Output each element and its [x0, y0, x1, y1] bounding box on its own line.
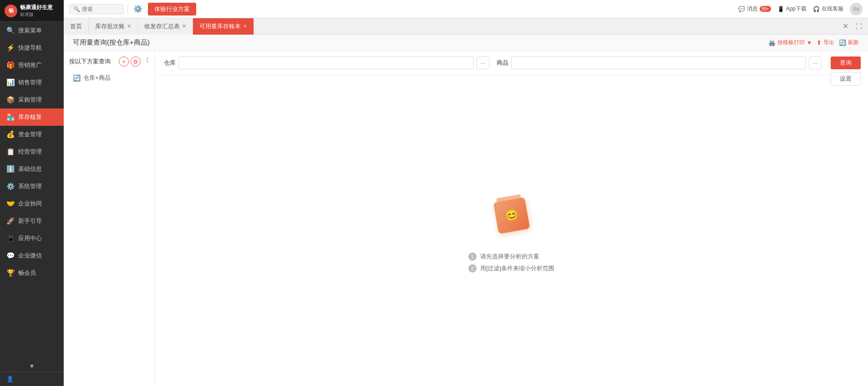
tabs-right-controls: ✕ ⛶ [836, 18, 868, 35]
sidebar-nav: 🔍 搜索菜单 ⚡ 快捷导航 🎁 营销推广 📊 销售管理 📦 采购管理 🏪 库存核… [0, 22, 64, 360]
query-fields: 仓库 ··· 商品 ··· [155, 51, 831, 75]
gear-icon: ⚙️ [6, 182, 15, 190]
product-label: 商品 [497, 59, 508, 67]
refresh-button[interactable]: 🔄 刷新 [839, 39, 859, 46]
tip-text-2: 用[过滤]条件来缩小分析范围 [480, 264, 554, 273]
avatar-text: Rit [853, 6, 859, 12]
tab-collect-summary-label: 收发存汇总表 [144, 22, 180, 31]
empty-tip-1: 1 请先选择要分析的方案 [468, 252, 554, 261]
tab-collect-summary[interactable]: 收发存汇总表 ✕ [138, 18, 193, 35]
tab-expand-button[interactable]: ⛶ [853, 21, 864, 32]
tab-batch-account[interactable]: 库存批次账 ✕ [89, 18, 138, 35]
tab-batch-account-label: 库存批次账 [95, 22, 125, 31]
sidebar-item-enterprise[interactable]: 🤝 企业协同 [0, 195, 64, 212]
print-template-button[interactable]: 🖨️ 按模板打印 ▼ [768, 39, 812, 46]
filter-panel-icons: + ⚙ 《 [119, 57, 149, 67]
sidebar-item-shortcut[interactable]: ⚡ 快捷导航 [0, 39, 64, 57]
sidebar-item-label: 资金管理 [18, 130, 42, 139]
filter-item-warehouse-product[interactable]: 🔄 仓库+商品 [69, 71, 149, 85]
sidebar-item-search[interactable]: 🔍 搜索菜单 [0, 22, 64, 39]
sidebar-item-label: 畅会员 [18, 269, 36, 277]
print-icon: 🖨️ [768, 39, 776, 46]
empty-tips: 1 请先选择要分析的方案 2 用[过滤]条件来缩小分析范围 [468, 252, 554, 273]
query-panel: 仓库 ··· 商品 ··· 查询 设置 [155, 51, 868, 386]
main-area: 🔍 ⚙️ 体验行业方案 💬 消息 99+ 📱 App下载 🎧 在线客服 Rit [64, 0, 868, 386]
filter-add-button[interactable]: + [119, 57, 129, 67]
search-input[interactable] [82, 6, 118, 12]
avatar[interactable]: Rit [850, 3, 863, 15]
box-icon: 📦 [6, 96, 15, 104]
sidebar-item-operations[interactable]: 📋 经营管理 [0, 143, 64, 160]
content-area: 按以下方案查询 + ⚙ 《 🔄 仓库+商品 仓库 ··· [64, 51, 868, 386]
app-download-label: App下载 [786, 5, 807, 13]
sidebar-item-inventory[interactable]: 🏪 库存核算 [0, 108, 64, 126]
trophy-icon: 🏆 [6, 269, 15, 277]
sidebar-item-marketing[interactable]: 🎁 营销推广 [0, 57, 64, 74]
query-action-buttons: 查询 设置 [831, 51, 868, 86]
topbar-search-box[interactable]: 🔍 [69, 4, 124, 14]
sidebar-item-basic[interactable]: ℹ️ 基础信息 [0, 160, 64, 178]
sidebar-item-system[interactable]: ⚙️ 系统管理 [0, 178, 64, 195]
tab-batch-account-close[interactable]: ✕ [127, 24, 131, 29]
filter-collapse-button[interactable]: 《 [142, 57, 149, 67]
handshake-icon: 🤝 [6, 200, 15, 208]
sidebar-item-label: 基础信息 [18, 165, 42, 173]
message-group[interactable]: 💬 消息 99+ [738, 5, 771, 13]
export-label: 导出 [823, 39, 834, 46]
sidebar-scroll-down[interactable]: ▼ [0, 360, 64, 371]
tab-available-ledger-close[interactable]: ✕ [243, 24, 247, 29]
sidebar-title: 畅康通好生意 [20, 4, 53, 11]
sidebar-bottom[interactable]: 👤 [0, 371, 64, 386]
mobile-icon: 📱 [6, 234, 15, 242]
trial-button[interactable]: 体验行业方案 [148, 3, 196, 15]
empty-box-graphic [493, 197, 530, 234]
warehouse-label: 仓库 [164, 59, 176, 67]
settings-icon[interactable]: ⚙️ [132, 3, 144, 15]
export-button[interactable]: ⬆ 导出 [817, 39, 834, 46]
warehouse-dots-button[interactable]: ··· [477, 57, 489, 69]
tab-available-ledger-label: 可用量库存账本 [199, 22, 241, 31]
query-settings-button[interactable]: 设置 [831, 72, 861, 86]
empty-state: 1 请先选择要分析的方案 2 用[过滤]条件来缩小分析范围 [155, 86, 868, 386]
online-service-label: 在线客服 [822, 5, 843, 13]
page-header: 可用量查询(按仓库+商品) 🖨️ 按模板打印 ▼ ⬆ 导出 🔄 刷新 [64, 35, 868, 51]
tab-close-all-button[interactable]: ✕ [840, 21, 851, 32]
chart-icon: 📊 [6, 78, 15, 87]
print-label: 按模板打印 [777, 39, 805, 46]
app-download-group[interactable]: 📱 App下载 [777, 5, 807, 13]
sync-icon: 🔄 [73, 74, 81, 82]
topbar: 🔍 ⚙️ 体验行业方案 💬 消息 99+ 📱 App下载 🎧 在线客服 Rit [64, 0, 868, 18]
product-dots-button[interactable]: ··· [809, 57, 822, 69]
sidebar-item-member[interactable]: 🏆 畅会员 [0, 264, 64, 282]
message-badge: 99+ [760, 6, 771, 12]
sidebar-item-wechat[interactable]: 💬 企业微信 [0, 247, 64, 264]
sidebar-logo: 畅 [5, 5, 17, 17]
page-header-actions: 🖨️ 按模板打印 ▼ ⬆ 导出 🔄 刷新 [768, 39, 859, 46]
sidebar: 畅 畅康通好生意 标准版 🔍 搜索菜单 ⚡ 快捷导航 🎁 营销推广 📊 销售管理… [0, 0, 64, 386]
sidebar-item-sales[interactable]: 📊 销售管理 [0, 74, 64, 91]
store-icon: 🏪 [6, 113, 15, 121]
search-icon: 🔍 [6, 26, 15, 35]
tab-home[interactable]: 首页 [64, 18, 89, 35]
query-button[interactable]: 查询 [831, 57, 861, 69]
warehouse-input[interactable] [178, 57, 474, 69]
sidebar-item-apps[interactable]: 📱 应用中心 [0, 230, 64, 247]
sidebar-item-purchase[interactable]: 📦 采购管理 [0, 91, 64, 108]
tab-available-ledger[interactable]: 可用量库存账本 ✕ [193, 18, 254, 35]
chevron-down-icon[interactable]: ▼ [807, 40, 812, 46]
online-service-group[interactable]: 🎧 在线客服 [813, 5, 843, 13]
filter-settings-button[interactable]: ⚙ [131, 57, 141, 67]
sidebar-item-label: 采购管理 [18, 96, 42, 104]
product-input[interactable] [511, 57, 807, 69]
tab-collect-summary-close[interactable]: ✕ [182, 24, 186, 29]
lightning-icon: ⚡ [6, 44, 15, 52]
tabs-bar: 首页 库存批次账 ✕ 收发存汇总表 ✕ 可用量库存账本 ✕ ✕ ⛶ [64, 18, 868, 35]
chat-icon: 💬 [6, 252, 15, 260]
page-title: 可用量查询(按仓库+商品) [73, 38, 150, 47]
headset-icon: 🎧 [813, 6, 820, 12]
money-icon: 💰 [6, 130, 15, 139]
filter-item-label: 仓库+商品 [83, 74, 111, 82]
topbar-right: 💬 消息 99+ 📱 App下载 🎧 在线客服 Rit [738, 3, 863, 15]
sidebar-item-guide[interactable]: 🚀 新手引导 [0, 212, 64, 230]
sidebar-item-finance[interactable]: 💰 资金管理 [0, 126, 64, 143]
